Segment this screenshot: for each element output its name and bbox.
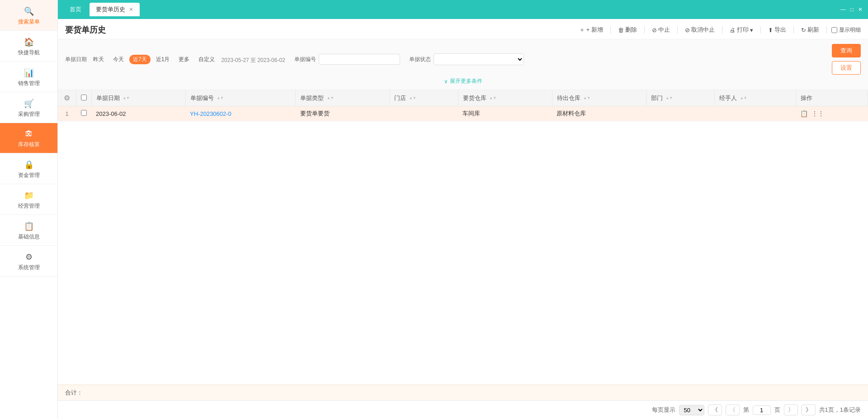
window-minimize[interactable]: — [840,6,846,13]
sort-icon: ▲▼ [489,96,496,100]
query-button[interactable]: 查询 [832,44,861,57]
home-icon: 🏠 [24,37,34,47]
col-req-warehouse[interactable]: 要货仓库 ▲▼ [458,90,552,106]
col-date[interactable]: 单据日期 ▲▼ [91,90,185,106]
cancel-stop-button[interactable]: ⊘ 取消中止 [682,24,717,35]
sidebar-item-quicknav[interactable]: 🏠 快捷导航 [0,31,57,62]
print-chevron-icon: ▾ [750,27,753,33]
table-row: 1 2023-06-02 YH-20230602-0 要货单要货 车间库 原材料… [58,106,868,121]
more-icon[interactable]: ⋮⋮ [811,110,824,117]
status-label: 单据状态 [409,56,431,63]
row-store [390,106,458,121]
next-page-button[interactable]: 〉 [784,405,798,415]
stop-button[interactable]: ⊘ 中止 [649,24,673,35]
sidebar-item-basicinfo[interactable]: 📋 基础信息 [0,215,57,246]
sidebar-item-search[interactable]: 🔍 搜索菜单 [0,0,57,31]
prev-page-button[interactable]: 〈 [726,405,740,415]
doc-no-filter: 单据编号 [294,54,400,65]
topbar: 首页 要货单历史 ✕ — □ ✕ [58,0,868,19]
row-date: 2023-06-02 [91,106,185,121]
date-today[interactable]: 今天 [109,55,127,64]
print-icon: 🖨 [730,27,736,33]
settings-gear-icon[interactable]: ⚙ [64,94,70,102]
sidebar-item-finance[interactable]: 🔒 资金管理 [0,153,57,184]
total-info: 共1页，1条记录 [819,406,861,414]
divider [826,26,827,33]
tab-close-icon[interactable]: ✕ [129,6,133,13]
sort-icon: ▲▼ [217,96,224,100]
date-last-month[interactable]: 近1月 [152,55,174,64]
export-button[interactable]: ⬆ 导出 [765,24,789,35]
sidebar-item-sales[interactable]: 📊 销售管理 [0,62,57,92]
window-maximize[interactable]: □ [850,6,854,13]
col-doc-no[interactable]: 单据编号 ▲▼ [185,90,296,106]
operations-icon: 📁 [24,190,34,200]
data-table: ⚙ 单据日期 ▲▼ 单据编号 ▲▼ [58,90,868,121]
sidebar: 🔍 搜索菜单 🏠 快捷导航 📊 销售管理 🛒 采购管理 🏚 库存核算 🔒 资金管… [0,0,58,419]
finance-icon: 🔒 [24,160,34,170]
page-input[interactable] [753,405,771,415]
date-filter: 单据日期 昨天 今天 近7天 近1月 更多 自定义 2023-05-27 至 2… [65,55,285,64]
refresh-button[interactable]: ↻ 刷新 [798,24,822,35]
table-area: ⚙ 单据日期 ▲▼ 单据编号 ▲▼ [58,90,868,385]
col-handler[interactable]: 经手人 ▲▼ [715,90,796,106]
tab-home[interactable]: 首页 [63,3,88,16]
expand-more[interactable]: ∨ 展开更多条件 [65,77,861,85]
divider [610,26,611,33]
select-all-checkbox[interactable] [81,95,87,100]
action-icons: 📋 ⋮⋮ [800,110,863,117]
sort-icon: ▲▼ [740,96,747,100]
row-doc-type: 要货单要货 [296,106,390,121]
display-cell-button[interactable]: 显示明细 [831,26,861,34]
col-pending-warehouse[interactable]: 待出仓库 ▲▼ [552,90,646,106]
date-custom[interactable]: 自定义 [195,55,218,64]
table-footer: 合计： [58,385,868,400]
row-dept [646,106,714,121]
row-req-warehouse: 车间库 [458,106,552,121]
date-last7[interactable]: 近7天 [129,55,151,64]
sidebar-item-operations[interactable]: 📁 经营管理 [0,184,57,215]
new-button[interactable]: ＋ + 新增 [576,24,606,35]
sort-icon: ▲▼ [583,96,590,100]
col-action: 操作 [796,90,868,106]
edit-icon[interactable]: 📋 [800,110,808,117]
pagination-bar: 每页显示 50 20 100 《 〈 第 页 〉 》 共1页，1条记录 [58,400,868,419]
divider [760,26,761,33]
window-close[interactable]: ✕ [858,6,863,13]
sidebar-item-system[interactable]: ⚙ 系统管理 [0,246,57,276]
delete-button[interactable]: 🗑 删除 [615,24,640,35]
status-select[interactable] [434,53,524,65]
tab-history[interactable]: 要货单历史 ✕ [90,3,140,16]
date-yesterday[interactable]: 昨天 [90,55,108,64]
inventory-icon: 🏚 [25,129,33,139]
col-settings[interactable]: ⚙ [58,90,76,106]
toolbar: ＋ + 新增 🗑 删除 ⊘ 中止 ⊘ 取消中止 [576,24,861,35]
col-doc-type[interactable]: 单据类型 ▲▼ [296,90,390,106]
first-page-button[interactable]: 《 [708,405,722,415]
main-area: 首页 要货单历史 ✕ — □ ✕ 要货单历史 ＋ + 新增 🗑 删除 [58,0,868,419]
purchase-icon: 🛒 [24,99,34,109]
col-check [76,90,91,106]
divider [644,26,645,33]
divider [793,26,794,33]
doc-no-input[interactable] [319,54,400,65]
per-page-select[interactable]: 50 20 100 [679,405,704,415]
search-menu-icon: 🔍 [24,6,34,16]
col-dept[interactable]: 部门 ▲▼ [646,90,714,106]
set-button[interactable]: 设置 [832,61,861,75]
system-icon: ⚙ [25,252,33,262]
doc-no-link[interactable]: YH-20230602-0 [190,110,231,117]
sidebar-item-inventory[interactable]: 🏚 库存核算 [0,123,57,153]
content-area: 要货单历史 ＋ + 新增 🗑 删除 ⊘ 中止 ⊘ [58,19,868,419]
print-button[interactable]: 🖨 打印 ▾ [727,24,756,35]
sidebar-item-purchase[interactable]: 🛒 采购管理 [0,92,57,123]
display-cell-checkbox[interactable] [831,27,837,33]
sales-icon: 📊 [24,68,34,78]
date-more[interactable]: 更多 [175,55,193,64]
total-label: 合计： [65,389,83,397]
row-checkbox[interactable] [81,110,87,116]
last-page-button[interactable]: 》 [802,405,816,415]
col-store[interactable]: 门店 ▲▼ [390,90,458,106]
row-num: 1 [58,106,76,121]
date-range: 2023-05-27 至 2023-06-02 [221,57,285,64]
